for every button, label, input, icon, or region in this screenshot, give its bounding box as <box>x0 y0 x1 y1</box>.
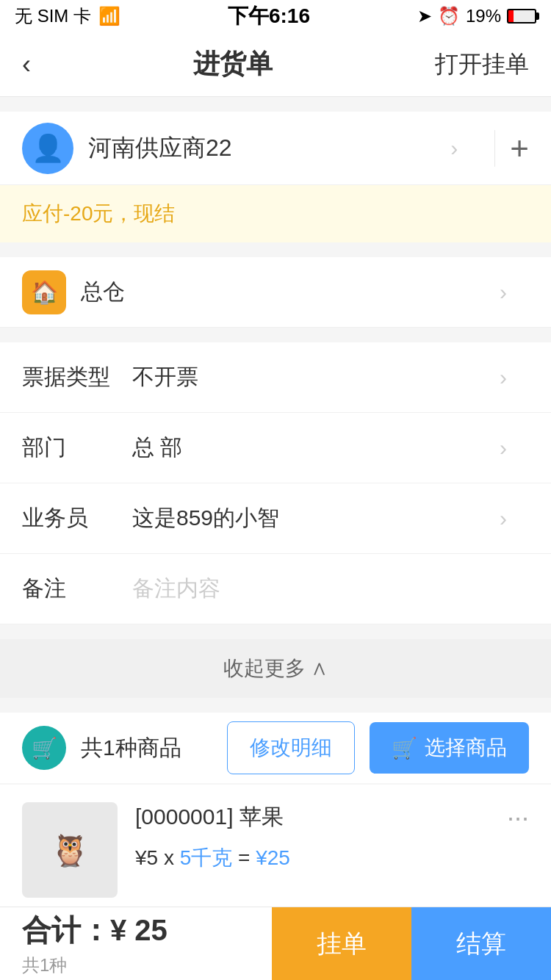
department-row[interactable]: 部门 总 部 › <box>0 413 551 483</box>
department-chevron: › <box>500 436 507 461</box>
warehouse-section: 🏠 总仓 › <box>0 257 551 328</box>
bottom-bar: 合计：¥ 25 共1种 挂单 结算 <box>0 907 551 980</box>
status-bar: 无 SIM 卡 📶 下午6:16 ➤ ⏰ 19% <box>0 0 551 32</box>
notice-bar: 应付-20元，现结 <box>0 185 551 242</box>
divider <box>494 130 495 167</box>
battery-icon <box>507 9 536 24</box>
total-label: 合计： <box>22 914 110 946</box>
price-multiply: x <box>164 846 180 869</box>
warehouse-icon: 🏠 <box>22 270 66 314</box>
add-supplier-button[interactable]: + <box>510 130 529 167</box>
notice-text: 应付-20元，现结 <box>22 202 175 225</box>
page-title: 进货单 <box>193 46 273 82</box>
salesperson-value: 这是859的小智 <box>110 503 500 533</box>
product-header: 🛒 共1种商品 修改明细 🛒 选择商品 <box>0 713 551 783</box>
warehouse-row[interactable]: 🏠 总仓 › <box>0 257 551 328</box>
product-thumbnail: 🦉 <box>22 802 118 898</box>
product-image-placeholder: 🦉 <box>51 832 89 868</box>
total-amount: ¥ 25 <box>110 914 168 946</box>
supplier-section: 👤 河南供应商22 › + 应付-20元，现结 <box>0 112 551 242</box>
remarks-row[interactable]: 备注 备注内容 <box>0 554 551 624</box>
product-name: [0000001] 苹果 <box>135 802 507 832</box>
location-icon: ➤ <box>417 6 432 26</box>
product-more-button[interactable]: ··· <box>507 802 529 833</box>
product-icon: 🛒 <box>22 726 66 770</box>
invoice-type-value: 不开票 <box>110 362 500 392</box>
supplier-chevron-icon: › <box>450 136 458 161</box>
remarks-input[interactable]: 备注内容 <box>110 574 529 604</box>
supplier-row[interactable]: 👤 河南供应商22 › + <box>0 112 551 185</box>
price-total: ¥25 <box>256 846 290 869</box>
alarm-icon: ⏰ <box>438 6 460 26</box>
cart-icon: 🛒 <box>32 736 57 760</box>
invoice-type-chevron: › <box>500 365 507 390</box>
status-left: 无 SIM 卡 📶 <box>15 4 120 28</box>
supplier-name: 河南供应商22 <box>88 132 450 165</box>
hang-order-button[interactable]: 挂单 <box>272 907 411 980</box>
salesperson-label: 业务员 <box>22 503 110 533</box>
avatar-icon: 👤 <box>32 133 65 164</box>
product-count: 共1种商品 <box>81 733 227 763</box>
form-section: 票据类型 不开票 › 部门 总 部 › 业务员 这是859的小智 › 备注 备注… <box>0 342 551 624</box>
supplier-avatar: 👤 <box>22 123 73 174</box>
status-right: ➤ ⏰ 19% <box>417 6 536 26</box>
department-value: 总 部 <box>110 433 500 463</box>
total-area: 合计：¥ 25 共1种 <box>0 907 272 980</box>
carrier-label: 无 SIM 卡 <box>15 4 91 28</box>
checkout-button[interactable]: 结算 <box>411 907 551 980</box>
product-info: [0000001] 苹果 ¥5 x 5千克 = ¥25 <box>135 802 507 872</box>
wifi-icon: 📶 <box>98 6 120 26</box>
open-pending-button[interactable]: 打开挂单 <box>435 48 529 81</box>
product-code: [0000001] <box>135 804 233 829</box>
warehouse-label: 总仓 <box>81 277 125 307</box>
total-main: 合计：¥ 25 <box>22 910 272 951</box>
back-button[interactable]: ‹ <box>22 49 31 80</box>
time-label: 下午6:16 <box>228 2 310 30</box>
invoice-type-label: 票据类型 <box>22 362 110 392</box>
product-card: 🦉 [0000001] 苹果 ¥5 x 5千克 = ¥25 ··· <box>0 785 551 915</box>
salesperson-chevron: › <box>500 506 507 531</box>
total-sub: 共1种 <box>22 954 272 977</box>
select-product-button[interactable]: 🛒 选择商品 <box>370 722 529 774</box>
product-title: 苹果 <box>240 804 284 829</box>
collapse-label: 收起更多 ∧ <box>223 655 328 682</box>
select-product-label: 选择商品 <box>425 734 507 762</box>
department-label: 部门 <box>22 433 110 463</box>
price-equals: = <box>238 846 256 869</box>
edit-detail-button[interactable]: 修改明细 <box>227 721 355 774</box>
price-unit: ¥5 <box>135 846 158 869</box>
battery-percent: 19% <box>466 6 501 26</box>
price-qty: 5千克 <box>180 846 233 869</box>
warehouse-chevron-icon: › <box>500 280 507 305</box>
select-product-icon: 🛒 <box>392 736 417 760</box>
invoice-type-row[interactable]: 票据类型 不开票 › <box>0 342 551 413</box>
product-price: ¥5 x 5千克 = ¥25 <box>135 844 507 872</box>
nav-bar: ‹ 进货单 打开挂单 <box>0 32 551 97</box>
remarks-label: 备注 <box>22 574 110 604</box>
salesperson-row[interactable]: 业务员 这是859的小智 › <box>0 483 551 554</box>
collapse-bar[interactable]: 收起更多 ∧ <box>0 639 551 698</box>
